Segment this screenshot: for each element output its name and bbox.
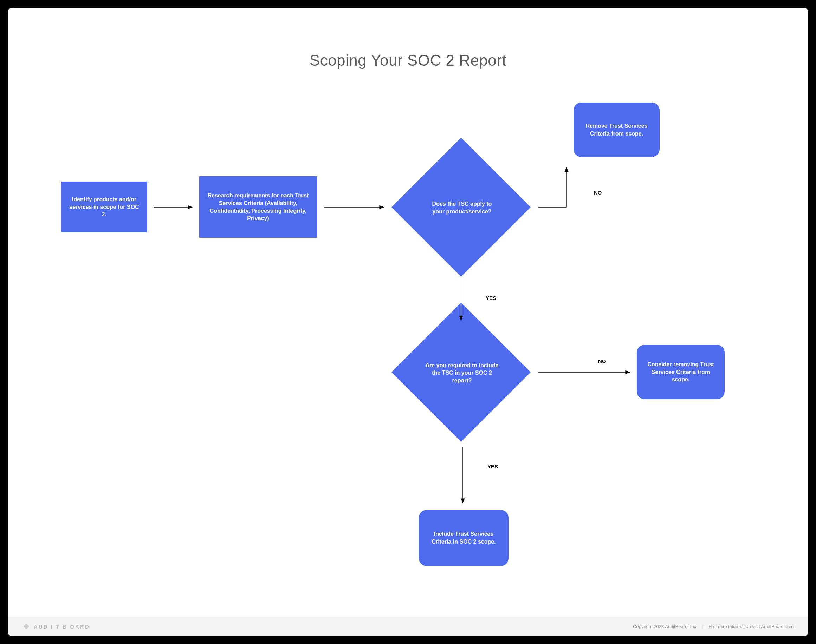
- label-yes-1: YES: [486, 295, 496, 301]
- flow-arrows: [8, 8, 808, 636]
- node-include-tsc: Include Trust Services Criteria in SOC 2…: [419, 510, 509, 566]
- node-identify: Identify products and/or services in sco…: [61, 181, 147, 233]
- node-include-tsc-text: Include Trust Services Criteria in SOC 2…: [429, 530, 499, 545]
- node-decision-required-text: Are you required to include the TSC in y…: [423, 362, 501, 385]
- label-no-2: NO: [598, 358, 606, 364]
- brand: AUD I T B OARD: [23, 623, 90, 630]
- page-title: Scoping Your SOC 2 Report: [8, 52, 808, 69]
- diagram-page: Scoping Your SOC 2 Report Identify produ…: [8, 8, 808, 636]
- node-identify-text: Identify products and/or services in sco…: [69, 196, 140, 218]
- node-consider-remove-text: Consider removing Trust Services Criteri…: [645, 360, 716, 383]
- node-research-text: Research requirements for each Trust Ser…: [206, 192, 310, 222]
- brand-logo-icon: [23, 623, 30, 630]
- node-remove-tsc-text: Remove Trust Services Criteria from scop…: [583, 122, 650, 137]
- footer-more-info: For more information visit AuditBoard.co…: [708, 624, 793, 629]
- node-decision-tsc-apply-text: Does the TSC apply to your product/servi…: [426, 200, 498, 215]
- node-remove-tsc: Remove Trust Services Criteria from scop…: [573, 103, 659, 157]
- label-yes-2: YES: [487, 463, 498, 469]
- footer-copyright: Copyright 2023 AuditBoard, Inc.: [633, 624, 698, 629]
- brand-name: AUD I T B OARD: [34, 624, 90, 630]
- node-consider-remove: Consider removing Trust Services Criteri…: [637, 345, 725, 399]
- node-research: Research requirements for each Trust Ser…: [199, 176, 317, 238]
- footer-separator: |: [702, 624, 704, 629]
- label-no-1: NO: [594, 190, 602, 196]
- footer: AUD I T B OARD Copyright 2023 AuditBoard…: [8, 616, 808, 636]
